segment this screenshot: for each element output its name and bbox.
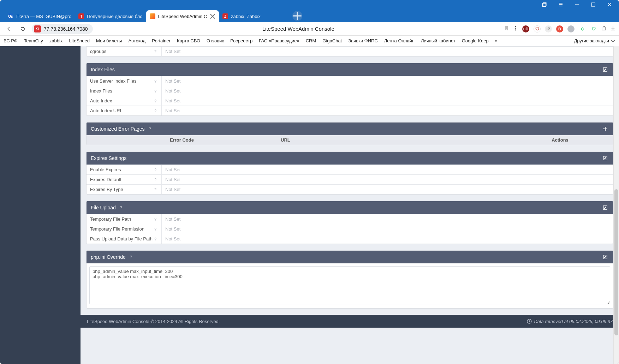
ext-b-icon[interactable]: B bbox=[556, 25, 563, 32]
edit-button[interactable] bbox=[602, 155, 609, 162]
add-button[interactable] bbox=[602, 125, 609, 132]
ext-gray-icon[interactable] bbox=[567, 25, 575, 32]
table-row: Index Files? Not Set bbox=[87, 86, 613, 96]
tab-mail[interactable]: Os Почта — MS_GUBIN@pro bbox=[4, 10, 75, 22]
row-label: Use Server Index Files bbox=[90, 78, 137, 84]
row-label: Temporary File Path bbox=[90, 216, 131, 222]
help-icon[interactable]: ? bbox=[153, 177, 158, 182]
bookmark-icon[interactable] bbox=[504, 26, 509, 32]
table-row: Auto Index URI? Not Set bbox=[87, 106, 613, 115]
back-button[interactable] bbox=[4, 24, 14, 34]
php-ini-textarea[interactable] bbox=[89, 266, 610, 304]
help-icon[interactable]: ? bbox=[153, 108, 158, 113]
row-label: Expires By Type bbox=[90, 187, 123, 192]
help-icon[interactable]: ? bbox=[119, 205, 124, 210]
bookmark-item[interactable]: Лента Онлайн bbox=[384, 38, 415, 43]
help-icon[interactable]: ? bbox=[153, 89, 158, 94]
bookmark-item[interactable]: Portainer bbox=[152, 38, 171, 43]
new-tab-button[interactable] bbox=[292, 11, 302, 21]
bookmark-item[interactable]: Google Keep bbox=[462, 38, 489, 43]
page-footer: LiteSpeed WebAdmin Console © 2014-2024 A… bbox=[81, 315, 619, 328]
svg-point-13 bbox=[515, 26, 516, 27]
other-bookmarks[interactable]: Другие закладки bbox=[574, 38, 615, 43]
row-label: Temporary File Permission bbox=[90, 226, 144, 232]
chevron-down-icon bbox=[611, 38, 615, 43]
help-icon[interactable]: ? bbox=[153, 99, 158, 103]
tab-title: Популярные деловые бло bbox=[87, 14, 142, 19]
help-icon[interactable]: ? bbox=[153, 237, 158, 241]
kebab-menu-icon[interactable] bbox=[513, 26, 518, 32]
ext-ip-icon[interactable]: IP bbox=[545, 25, 552, 32]
row-value: Not Set bbox=[161, 224, 613, 234]
panel-file-upload: File Upload ? Temporary File Path? Not S… bbox=[86, 201, 613, 244]
extensions-icon[interactable] bbox=[601, 26, 606, 32]
row-label: Enable Expires bbox=[90, 167, 121, 172]
help-icon[interactable]: ? bbox=[153, 49, 158, 54]
window-minimize-icon[interactable] bbox=[569, 0, 585, 9]
favicon-icon: T bbox=[78, 13, 84, 19]
bookmark-item[interactable]: zabbix bbox=[49, 38, 63, 43]
bookmark-item[interactable]: TeamCity bbox=[24, 38, 43, 43]
tab-zabbix[interactable]: Z zabbix: Zabbix bbox=[219, 10, 290, 22]
bookmark-item[interactable]: Заявки ФИПС bbox=[348, 38, 378, 43]
ext-green2-icon[interactable]: 🛡 bbox=[590, 25, 597, 32]
bookmark-item[interactable]: ВС РФ bbox=[4, 38, 18, 43]
tab-popular[interactable]: T Популярные деловые бло bbox=[75, 10, 146, 22]
download-icon[interactable] bbox=[611, 26, 615, 32]
bookmark-item[interactable]: Мои билеты bbox=[96, 38, 122, 43]
help-icon[interactable]: ? bbox=[153, 79, 158, 84]
bookmark-overflow-icon[interactable]: » bbox=[495, 38, 498, 43]
help-icon[interactable]: ? bbox=[153, 187, 158, 192]
help-icon[interactable]: ? bbox=[153, 227, 158, 232]
row-label: Index Files bbox=[90, 88, 112, 94]
panel-php-ini: php.ini Override ? bbox=[86, 250, 613, 309]
window-clone-icon[interactable] bbox=[536, 0, 553, 9]
row-value: Not Set bbox=[161, 165, 613, 174]
edit-button[interactable] bbox=[602, 253, 609, 261]
row-label: Expires Default bbox=[90, 177, 121, 182]
help-icon[interactable]: ? bbox=[153, 167, 158, 172]
bookmark-item[interactable]: Росреестр bbox=[230, 38, 252, 43]
scrollbar-thumb[interactable] bbox=[614, 189, 618, 335]
row-label: Auto Index URI bbox=[90, 108, 121, 113]
window-maximize-icon[interactable] bbox=[585, 0, 601, 9]
scrollbar[interactable] bbox=[613, 46, 619, 364]
ext-ublock-icon[interactable]: uD bbox=[522, 25, 529, 32]
url-field[interactable]: Я 77.73.236.164:7080 bbox=[32, 24, 93, 34]
edit-button[interactable] bbox=[602, 66, 609, 73]
bookmark-item[interactable]: GigaChat bbox=[322, 38, 342, 43]
window-close-icon[interactable] bbox=[601, 0, 618, 9]
help-icon[interactable]: ? bbox=[129, 255, 133, 259]
bookmark-item[interactable]: CRM bbox=[306, 38, 316, 43]
reload-button[interactable] bbox=[18, 24, 28, 34]
panel-title: Expires Settings bbox=[91, 155, 126, 161]
table-header: Error Code URL Actions bbox=[87, 135, 613, 145]
window-menu-icon[interactable] bbox=[553, 0, 569, 9]
window-titlebar bbox=[0, 0, 619, 9]
tab-title: LiteSpeed WebAdmin C bbox=[158, 14, 207, 19]
site-badge-icon: Я bbox=[34, 25, 41, 32]
tab-title: zabbix: Zabbix bbox=[231, 14, 286, 19]
bookmark-item[interactable]: ГАС «Правосудие» bbox=[259, 38, 299, 43]
table-row: Temporary File Path? Not Set bbox=[87, 214, 613, 224]
ext-green1-icon[interactable]: ◇ bbox=[579, 25, 586, 32]
tab-close-icon[interactable] bbox=[210, 13, 215, 19]
bookmark-item[interactable]: Отзовик bbox=[207, 38, 224, 43]
row-label: Auto Index bbox=[90, 98, 112, 103]
ext-shield-icon[interactable]: 🛡 bbox=[534, 25, 541, 32]
help-icon[interactable]: ? bbox=[153, 217, 158, 222]
bookmark-item[interactable]: Личный кабинет bbox=[421, 38, 456, 43]
row-value: Not Set bbox=[161, 214, 613, 224]
table-row: Use Server Index Files? Not Set bbox=[87, 76, 613, 86]
bookmark-item[interactable]: Карта СВО bbox=[177, 38, 200, 43]
panel-index-files: Index Files Use Server Index Files? Not … bbox=[86, 63, 613, 116]
bookmarks-bar: ВС РФ TeamCity zabbix LiteSpeed Мои биле… bbox=[0, 36, 619, 46]
browser-tabs-bar: Os Почта — MS_GUBIN@pro T Популярные дел… bbox=[0, 9, 619, 22]
help-icon[interactable]: ? bbox=[148, 126, 153, 131]
row-value: Not Set bbox=[161, 185, 613, 194]
edit-button[interactable] bbox=[602, 204, 609, 211]
tab-litespeed[interactable]: LiteSpeed WebAdmin C bbox=[146, 10, 219, 22]
clock-icon bbox=[527, 319, 532, 324]
bookmark-item[interactable]: LiteSpeed bbox=[69, 38, 90, 43]
bookmark-item[interactable]: Автокод bbox=[128, 38, 145, 43]
